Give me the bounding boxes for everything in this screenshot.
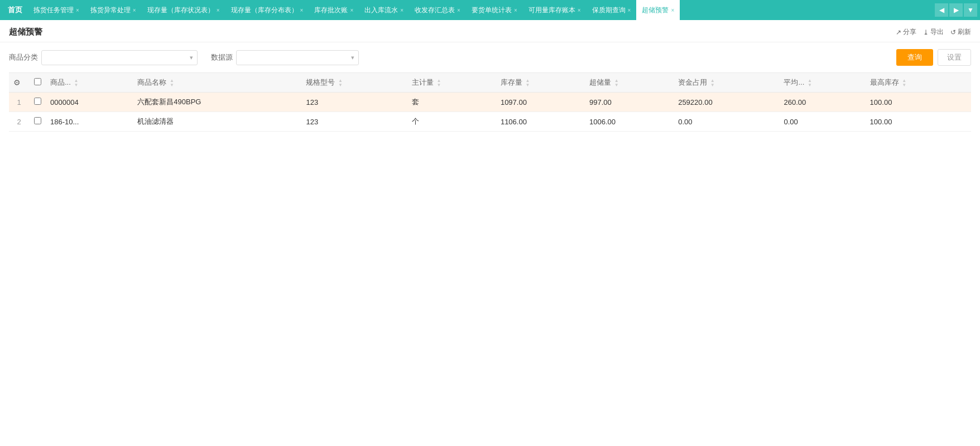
top-nav: 首页 拣货任务管理 × 拣货异常处理 × 现存量（库存状况表） × 现存量（库存… bbox=[0, 0, 980, 20]
nav-tab-1[interactable]: 拣货任务管理 × bbox=[28, 0, 85, 20]
row-checkbox-cell bbox=[29, 93, 46, 112]
col-max-stock-label: 最高库存 bbox=[870, 78, 899, 86]
row-checkbox[interactable] bbox=[34, 98, 41, 105]
home-label: 首页 bbox=[8, 5, 22, 15]
nav-prev-button[interactable]: ◀ bbox=[935, 3, 948, 17]
table-header-row: ⚙ 商品... ▲▼ 商品名称 ▲▼ 规格型号 ▲▼ bbox=[9, 73, 971, 93]
col-avg[interactable]: 平均... ▲▼ bbox=[779, 73, 865, 93]
close-icon[interactable]: × bbox=[514, 7, 517, 13]
tab-label: 现存量（库存状况表） bbox=[147, 6, 214, 15]
nav-tab-3[interactable]: 现存量（库存状况表） × bbox=[142, 0, 225, 20]
tab-label: 库存批次账 bbox=[314, 6, 348, 15]
tab-label: 要货单统计表 bbox=[472, 6, 512, 15]
tab-label: 保质期查询 bbox=[592, 6, 626, 15]
tab-label: 可用量库存账本 bbox=[529, 6, 575, 15]
row-number: 2 bbox=[9, 112, 29, 132]
product-capital: 259220.00 bbox=[674, 93, 779, 112]
product-name: 机油滤清器 bbox=[133, 112, 301, 132]
close-icon[interactable]: × bbox=[400, 7, 403, 13]
category-filter: 商品分类 ▾ bbox=[9, 50, 198, 65]
data-table: ⚙ 商品... ▲▼ 商品名称 ▲▼ 规格型号 ▲▼ bbox=[9, 72, 971, 132]
close-icon[interactable]: × bbox=[76, 7, 79, 13]
col-avg-label: 平均... bbox=[784, 78, 804, 86]
close-icon[interactable]: × bbox=[350, 7, 353, 13]
category-select-wrap: ▾ bbox=[41, 50, 198, 65]
close-icon[interactable]: × bbox=[300, 7, 304, 13]
export-button[interactable]: ⤓ 导出 bbox=[923, 27, 944, 37]
datasource-select[interactable]: 可用量 bbox=[236, 50, 359, 65]
tab-label: 现存量（库存分布表） bbox=[231, 6, 298, 15]
header-actions: ↗ 分享 ⤓ 导出 ↺ 刷新 bbox=[896, 27, 971, 37]
tab-label: 出入库流水 bbox=[364, 6, 398, 15]
nav-tab-8[interactable]: 要货单统计表 × bbox=[466, 0, 523, 20]
close-icon[interactable]: × bbox=[578, 7, 581, 13]
refresh-button[interactable]: ↺ 刷新 bbox=[950, 27, 971, 37]
col-stock-label: 库存量 bbox=[501, 78, 522, 86]
close-icon[interactable]: × bbox=[133, 7, 136, 13]
nav-tab-10[interactable]: 保质期查询 × bbox=[587, 0, 637, 20]
datasource-label: 数据源 bbox=[211, 52, 233, 62]
page-header: 超储预警 ↗ 分享 ⤓ 导出 ↺ 刷新 bbox=[0, 20, 980, 42]
category-select[interactable] bbox=[41, 50, 198, 65]
nav-tab-5[interactable]: 库存批次账 × bbox=[309, 0, 359, 20]
col-spec-label: 规格型号 bbox=[306, 78, 335, 86]
table-body: 1 0000004 六配套新昌490BPG 123 套 1097.00 997.… bbox=[9, 93, 971, 132]
nav-tab-home[interactable]: 首页 bbox=[2, 0, 28, 20]
col-unit-label: 主计量 bbox=[412, 78, 434, 86]
sort-icon: ▲▼ bbox=[808, 79, 812, 88]
table-row: 1 0000004 六配套新昌490BPG 123 套 1097.00 997.… bbox=[9, 93, 971, 112]
sort-icon: ▲▼ bbox=[526, 79, 530, 88]
sort-icon: ▲▼ bbox=[436, 79, 441, 88]
gear-icon[interactable]: ⚙ bbox=[13, 78, 21, 87]
tab-label: 拣货异常处理 bbox=[90, 6, 131, 15]
refresh-icon: ↺ bbox=[950, 28, 956, 36]
product-unit: 个 bbox=[407, 112, 496, 132]
product-over-stock: 997.00 bbox=[585, 93, 674, 112]
query-button[interactable]: 查询 bbox=[896, 49, 933, 66]
table-row: 2 186-10... 机油滤清器 123 个 1106.00 1006.00 … bbox=[9, 112, 971, 132]
share-label: 分享 bbox=[903, 27, 916, 37]
page-title: 超储预警 bbox=[9, 27, 42, 37]
product-unit: 套 bbox=[407, 93, 496, 112]
product-spec: 123 bbox=[301, 93, 407, 112]
close-icon[interactable]: × bbox=[671, 7, 674, 13]
filter-row: 商品分类 ▾ 数据源 可用量 ▾ 查询 设置 bbox=[0, 42, 980, 72]
select-all-checkbox[interactable] bbox=[34, 78, 41, 85]
product-code: 186-10... bbox=[46, 112, 133, 132]
page-content: 超储预警 ↗ 分享 ⤓ 导出 ↺ 刷新 商品分类 ▾ 数据源 bbox=[0, 20, 980, 446]
export-label: 导出 bbox=[930, 27, 944, 37]
col-capital[interactable]: 资金占用 ▲▼ bbox=[674, 73, 779, 93]
refresh-label: 刷新 bbox=[958, 27, 971, 37]
close-icon[interactable]: × bbox=[457, 7, 460, 13]
nav-tab-active[interactable]: 超储预警 × bbox=[636, 0, 680, 20]
col-product-code[interactable]: 商品... ▲▼ bbox=[46, 73, 133, 93]
col-stock[interactable]: 库存量 ▲▼ bbox=[496, 73, 585, 93]
col-over-stock[interactable]: 超储量 ▲▼ bbox=[585, 73, 674, 93]
settings-button[interactable]: 设置 bbox=[938, 49, 971, 66]
nav-tab-7[interactable]: 收发存汇总表 × bbox=[409, 0, 466, 20]
nav-tab-9[interactable]: 可用量库存账本 × bbox=[523, 0, 587, 20]
nav-more-button[interactable]: ▼ bbox=[964, 3, 977, 17]
nav-tab-6[interactable]: 出入库流水 × bbox=[359, 0, 409, 20]
share-button[interactable]: ↗ 分享 bbox=[896, 27, 916, 37]
col-checkbox bbox=[29, 73, 46, 93]
nav-tab-4[interactable]: 现存量（库存分布表） × bbox=[225, 0, 309, 20]
datasource-select-wrap: 可用量 ▾ bbox=[236, 50, 359, 65]
close-icon[interactable]: × bbox=[628, 7, 631, 13]
nav-next-button[interactable]: ▶ bbox=[949, 3, 963, 17]
product-stock: 1097.00 bbox=[496, 93, 585, 112]
nav-arrows: ◀ ▶ ▼ bbox=[934, 3, 978, 17]
close-icon[interactable]: × bbox=[217, 7, 220, 13]
product-avg: 260.00 bbox=[779, 93, 865, 112]
row-checkbox-cell bbox=[29, 112, 46, 132]
col-unit[interactable]: 主计量 ▲▼ bbox=[407, 73, 496, 93]
sort-icon: ▲▼ bbox=[74, 79, 78, 88]
sort-icon: ▲▼ bbox=[338, 79, 343, 88]
product-stock: 1106.00 bbox=[496, 112, 585, 132]
col-max-stock[interactable]: 最高库存 ▲▼ bbox=[866, 73, 971, 93]
row-checkbox[interactable] bbox=[34, 117, 41, 124]
col-product-name[interactable]: 商品名称 ▲▼ bbox=[133, 73, 301, 93]
col-spec[interactable]: 规格型号 ▲▼ bbox=[301, 73, 407, 93]
sort-icon: ▲▼ bbox=[902, 79, 906, 88]
nav-tab-2[interactable]: 拣货异常处理 × bbox=[85, 0, 142, 20]
